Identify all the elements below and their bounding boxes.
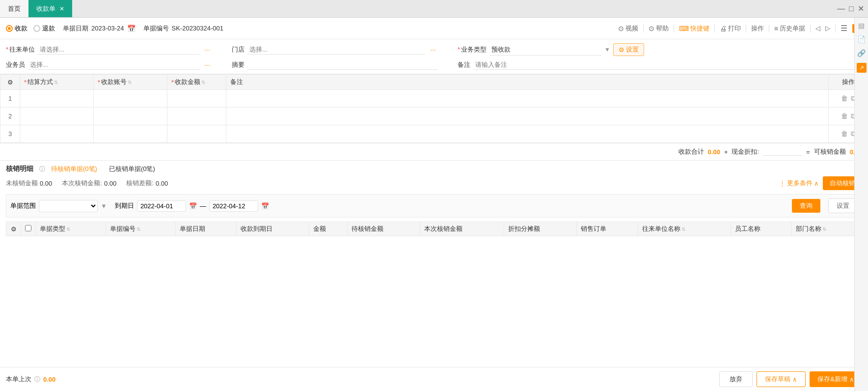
table-settings-icon[interactable]: ⚙ (7, 79, 13, 86)
row3-amount[interactable] (167, 125, 226, 143)
sidebar-link-icon[interactable]: 🔗 (857, 49, 866, 57)
shortcut-btn[interactable]: ⌨ 快捷键 (679, 24, 709, 33)
btable-settings-icon[interactable]: ⚙ (11, 225, 17, 233)
radio-receipt-label: 收款 (15, 24, 27, 33)
eq-sign: = (806, 148, 810, 156)
verification-table: ⚙ 单据类型 ⇅ 单据编号 (6, 222, 862, 236)
row1-delete-icon[interactable]: 🗑 (841, 94, 848, 103)
row3-note[interactable] (226, 125, 829, 143)
video-btn[interactable]: ⊙ 视频 (618, 24, 638, 33)
bth-pending-amount: 待核销金额 (347, 222, 420, 236)
discount-label: 现金折扣: (732, 147, 759, 156)
row3-delete-icon[interactable]: 🗑 (841, 130, 848, 138)
discard-button[interactable]: 放弃 (719, 371, 753, 387)
date-range-field: 到期日 📅 — 📅 (115, 200, 269, 212)
close-window-icon[interactable]: ✕ (858, 4, 864, 13)
partner-more-icon[interactable]: ··· (202, 46, 212, 54)
stats-row: 未核销金额 0.00 本次核销金额: 0.00 核销差额: 0.00 ⋮ 更多条… (6, 176, 862, 190)
discount-input[interactable] (763, 148, 802, 156)
store-more-icon[interactable]: ··· (428, 46, 438, 54)
sort-payment-icon[interactable]: ⇅ (54, 80, 58, 85)
toolbar-right: ⊙ 视频 ⊙ 帮助 ⌨ 快捷键 🖨 打印 操作 (618, 24, 862, 33)
row3-account[interactable] (94, 125, 167, 143)
help-icon: ⊙ (649, 25, 654, 32)
due-date-end-input[interactable] (209, 200, 258, 212)
radio-refund[interactable]: 退款 (33, 24, 55, 33)
more-conditions-label: 更多条件 (787, 179, 813, 188)
query-button[interactable]: 查询 (792, 199, 820, 213)
range-arrow-icon[interactable]: ▼ (101, 202, 107, 210)
tab-receipt-label: 收款单 (36, 4, 55, 13)
footer-info-icon[interactable]: ⓘ (34, 375, 40, 384)
sidebar-table-icon[interactable]: ▤ (858, 22, 865, 29)
bth-doc-date: 单据日期 (176, 222, 237, 236)
sidebar-doc-icon[interactable]: 📄 (857, 35, 866, 43)
print-label: 打印 (728, 24, 741, 33)
row3-payment[interactable] (20, 125, 94, 143)
range-select[interactable] (39, 200, 98, 212)
row2-note[interactable] (226, 108, 829, 125)
due-date-start-input[interactable] (137, 200, 186, 212)
pending-tab-link[interactable]: 待核销单据(0笔) (51, 165, 97, 173)
row-num-2: 2 (0, 108, 20, 125)
sort-account-icon[interactable]: ⇅ (128, 80, 132, 85)
bth-staff-name-label: 员工名称 (735, 225, 760, 232)
radio-receipt[interactable]: 收款 (6, 24, 27, 33)
store-input[interactable] (247, 45, 425, 55)
sort-amount-icon[interactable]: ⇅ (201, 80, 205, 85)
sort-partner-icon[interactable]: ⇅ (681, 226, 685, 232)
divider-5 (769, 25, 769, 32)
row2-account[interactable] (94, 108, 167, 125)
row1-note[interactable] (226, 90, 829, 108)
tab-receipt[interactable]: 收款单 ✕ (28, 0, 72, 17)
row2-amount[interactable] (167, 108, 226, 125)
minimize-icon[interactable]: — (837, 4, 845, 13)
th-note: 备注 (226, 75, 829, 90)
nav-prev-icon[interactable]: ◁ (815, 25, 820, 32)
right-sidebar: ▤ 📄 🔗 ↗ (854, 18, 868, 391)
sales-rep-more-icon[interactable]: ··· (202, 61, 212, 69)
row1-payment[interactable] (20, 90, 94, 108)
sidebar-expand-icon[interactable]: ↗ (857, 63, 867, 73)
select-all-checkbox[interactable] (25, 225, 31, 231)
sort-doc-num-icon[interactable]: ⇅ (136, 226, 140, 232)
list-icon[interactable]: ☰ (841, 24, 847, 33)
row2-payment[interactable] (20, 108, 94, 125)
bottom-table-container: ⚙ 单据类型 ⇅ 单据编号 (6, 222, 862, 367)
sales-rep-input[interactable] (28, 60, 199, 70)
nav-next-icon[interactable]: ▷ (825, 25, 830, 32)
history-btn[interactable]: ≡ 历史单据 (774, 24, 805, 33)
search-row: 单据范围 ▼ 到期日 📅 — 📅 查询 设置 (6, 194, 862, 218)
th-settings[interactable]: ⚙ (0, 75, 20, 90)
help-btn[interactable]: ⊙ 帮助 (649, 24, 669, 33)
summary-input[interactable] (247, 60, 438, 70)
print-btn[interactable]: 🖨 打印 (720, 24, 741, 33)
more-conditions-btn[interactable]: ⋮ 更多条件 ∧ (779, 179, 819, 188)
section-info-icon[interactable]: ⓘ (39, 165, 45, 173)
bth-sales-order: 销售订单 (577, 222, 638, 236)
biz-type-label: 业务类型 (458, 45, 487, 54)
calendar-end-icon[interactable]: 📅 (261, 202, 269, 210)
row2-delete-icon[interactable]: 🗑 (841, 112, 848, 120)
table-settings-button[interactable]: 设置 (828, 198, 858, 213)
done-tab-link[interactable]: 已核销单据(0笔) (109, 165, 155, 173)
partner-input[interactable] (38, 45, 199, 55)
row1-account[interactable] (94, 90, 167, 108)
tab-home[interactable]: 首页 (0, 0, 28, 17)
ops-btn[interactable]: 操作 (751, 24, 764, 33)
maximize-icon[interactable]: □ (849, 4, 854, 13)
form-row-2: 业务员 ··· 摘要 备注 (6, 60, 862, 70)
sort-doc-type-icon[interactable]: ⇅ (66, 226, 70, 232)
settings-button[interactable]: ⚙ 设置 (613, 43, 644, 56)
calendar-icon[interactable]: 📅 (127, 25, 136, 32)
row1-amount[interactable] (167, 90, 226, 108)
tab-close-icon[interactable]: ✕ (59, 5, 64, 12)
bth-dept-name-label: 部门名称 (796, 224, 821, 233)
bth-settings[interactable]: ⚙ (6, 222, 21, 236)
save-draft-button[interactable]: 保存草稿 ∧ (757, 371, 806, 387)
sort-dept-icon[interactable]: ⇅ (822, 226, 826, 232)
calendar-start-icon[interactable]: 📅 (189, 202, 197, 210)
divider-2 (674, 25, 674, 32)
note-input[interactable] (473, 60, 862, 70)
biz-type-arrow-icon[interactable]: ▼ (604, 46, 610, 53)
